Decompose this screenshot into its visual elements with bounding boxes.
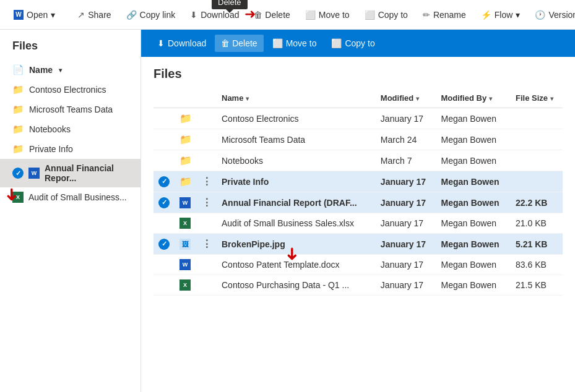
row-filesize-cell — [511, 150, 563, 171]
word-icon: W — [14, 10, 24, 20]
folder-icon: 📁 — [179, 176, 192, 187]
table-row[interactable]: 📁Microsoft Teams DataMarch 24Megan Bowen — [153, 129, 563, 150]
row-dots-cell[interactable]: ⋮ — [197, 234, 217, 255]
check-circle: ✓ — [158, 239, 170, 250]
row-dots-cell[interactable] — [197, 275, 217, 296]
row-name-cell[interactable]: Contoso Purchasing Data - Q1 ... — [217, 275, 376, 296]
copyto-button[interactable]: ⬜ Copy to — [358, 6, 414, 23]
table-row[interactable]: XContoso Purchasing Data - Q1 ...January… — [153, 275, 563, 296]
sort-arrow-name: ▾ — [246, 95, 249, 102]
word-icon: W — [179, 197, 191, 208]
col-name-header[interactable]: Name ▾ — [217, 88, 376, 108]
row-modifiedby-cell: Megan Bowen — [436, 213, 511, 234]
delete-label: Delete — [265, 10, 290, 20]
table-row[interactable]: 📁Contoso ElectronicsJanuary 17Megan Bowe… — [153, 108, 563, 129]
col-modified-header[interactable]: Modified ▾ — [376, 88, 436, 108]
row-modified-cell: March 24 — [376, 129, 436, 150]
versionhist-button[interactable]: 🕐 Version hist... — [529, 6, 575, 23]
row-filesize-cell — [511, 129, 563, 150]
row-icon-cell: W — [175, 192, 197, 213]
row-name-cell[interactable]: Notebooks — [217, 150, 376, 171]
sec-download-label: Download — [168, 38, 206, 48]
sidebar-name-header[interactable]: 📄 Name ▾ — [0, 60, 141, 80]
sidebar-item-teams[interactable]: 📁 Microsoft Teams Data — [0, 100, 141, 119]
table-row[interactable]: XAudit of Small Business Sales.xlsxJanua… — [153, 213, 563, 234]
row-dots-cell[interactable] — [197, 108, 217, 129]
table-row[interactable]: ✓📁⋮Private InfoJanuary 17Megan Bowen — [153, 171, 563, 192]
row-icon-cell: 📁 — [175, 129, 197, 150]
arrow-list-indicator: ➜ — [282, 247, 303, 261]
row-name-cell[interactable]: Contoso Electronics — [217, 108, 376, 129]
row-modified-cell: January 17 — [376, 234, 436, 255]
sidebar-item-notebooks[interactable]: 📁 Notebooks — [0, 119, 141, 139]
row-filesize-cell: 5.21 KB — [511, 234, 563, 255]
row-filesize-cell — [511, 108, 563, 129]
col-check — [153, 88, 175, 108]
folder-icon: 📁 — [12, 124, 24, 135]
copy-icon-sec: ⬜ — [331, 38, 342, 48]
rename-label: Rename — [433, 10, 466, 20]
row-modified-cell: March 7 — [376, 150, 436, 171]
row-name-cell[interactable]: Audit of Small Business Sales.xlsx — [217, 213, 376, 234]
row-dots-cell[interactable] — [197, 213, 217, 234]
sec-delete-button[interactable]: 🗑 Delete — [215, 35, 263, 52]
moveto-button[interactable]: ⬜ Move to — [299, 6, 356, 23]
table-row[interactable]: ✓W⋮Annual Financial Report (DRAF...Janua… — [153, 192, 563, 213]
row-dots-cell[interactable] — [197, 150, 217, 171]
row-filesize-cell: 83.6 KB — [511, 255, 563, 275]
rename-button[interactable]: ✏ Rename — [417, 6, 472, 23]
dots-menu-icon[interactable]: ⋮ — [202, 176, 212, 187]
table-row[interactable]: 📁NotebooksMarch 7Megan Bowen — [153, 150, 563, 171]
sec-download-button[interactable]: ⬇ Download — [151, 35, 212, 52]
flow-button[interactable]: ⚡ Flow ▾ — [475, 6, 527, 23]
col-dots-space — [197, 88, 217, 108]
sec-moveto-button[interactable]: ⬜ Move to — [266, 35, 323, 52]
row-dots-cell[interactable]: ⋮ — [197, 171, 217, 192]
row-modifiedby-cell: Megan Bowen — [436, 129, 511, 150]
table-row[interactable]: ✓🖼⋮BrokenPipe.jpgJanuary 17Megan Bowen5.… — [153, 234, 563, 255]
main-layout: Files 📄 Name ▾ 📁 Contoso Electronics 📁 M… — [0, 30, 575, 392]
secondary-toolbar: Delete ➜ ⬇ Download 🗑 Delete ⬜ Move to ⬜… — [141, 30, 575, 57]
row-name-cell[interactable]: Private Info — [217, 171, 376, 192]
row-filesize-cell: 21.5 KB — [511, 275, 563, 296]
row-dots-cell[interactable] — [197, 255, 217, 275]
sort-icon: ▾ — [59, 67, 62, 74]
arrow-red-top: ➜ — [244, 6, 256, 22]
col-modifiedby-header[interactable]: Modified By ▾ — [436, 88, 511, 108]
flow-icon: ⚡ — [481, 10, 491, 20]
document-icon: 📄 — [12, 64, 24, 75]
row-modifiedby-cell: Megan Bowen — [436, 150, 511, 171]
row-check-cell: ✓ — [153, 192, 175, 213]
sidebar-item-contoso[interactable]: 📁 Contoso Electronics — [0, 80, 141, 100]
row-icon-cell: X — [175, 213, 197, 234]
sidebar-arrow-indicator: ➜ — [2, 187, 22, 202]
share-button[interactable]: ↗ Share — [71, 6, 117, 23]
sidebar-item-privateinfo[interactable]: 📁 Private Info — [0, 139, 141, 159]
sidebar-teams-label: Microsoft Teams Data — [29, 104, 113, 114]
col-filesize-header[interactable]: File Size ▾ — [511, 88, 563, 108]
row-dots-cell[interactable] — [197, 129, 217, 150]
row-name-cell[interactable]: Microsoft Teams Data — [217, 129, 376, 150]
sort-arrow-modified: ▾ — [416, 95, 419, 102]
sidebar-notebooks-label: Notebooks — [29, 124, 71, 134]
download-label: Download — [201, 10, 239, 20]
copylink-button[interactable]: 🔗 Copy link — [120, 6, 182, 23]
sidebar-name-label: Name — [29, 65, 53, 75]
sidebar-title: Files — [0, 40, 141, 60]
versionhist-label: Version hist... — [548, 10, 575, 20]
row-dots-cell[interactable]: ⋮ — [197, 192, 217, 213]
sidebar-item-annualreport[interactable]: ✓ W Annual Financial Repor... — [0, 159, 141, 187]
dots-menu-icon[interactable]: ⋮ — [202, 239, 212, 249]
moveto-label: Move to — [319, 10, 350, 20]
row-icon-cell: X — [175, 275, 197, 296]
row-name-cell[interactable]: Annual Financial Report (DRAF... — [217, 192, 376, 213]
dots-menu-icon[interactable]: ⋮ — [202, 197, 212, 208]
word-file-icon: W — [28, 168, 40, 179]
link-icon: 🔗 — [126, 10, 137, 20]
sec-copyto-button[interactable]: ⬜ Copy to — [325, 35, 381, 52]
table-row[interactable]: WContoso Patent Template.docxJanuary 17M… — [153, 255, 563, 275]
rename-icon: ✏ — [423, 10, 430, 20]
col-modifiedby-label: Modified By — [441, 93, 486, 103]
open-button[interactable]: W Open ▾ — [7, 6, 61, 23]
sec-delete-label: Delete — [232, 38, 257, 48]
